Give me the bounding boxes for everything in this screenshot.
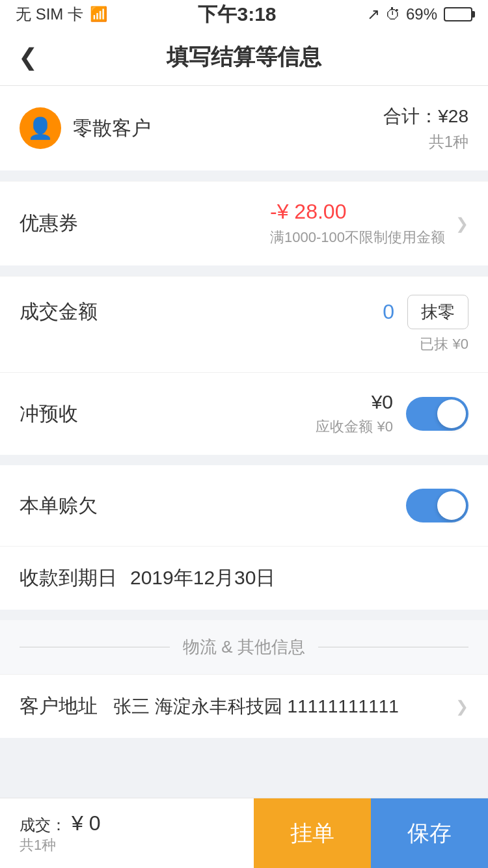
overdue-toggle[interactable]	[406, 489, 468, 522]
total-amount: 合计：¥28	[383, 104, 468, 129]
overdue-row: 本单赊欠	[0, 465, 488, 546]
customer-name: 零散客户	[73, 115, 151, 142]
customer-section: 👤 零散客户 合计：¥28 共1种	[0, 86, 488, 170]
transaction-sub: 已抹 ¥0	[20, 334, 468, 354]
transaction-label: 成交金额	[20, 299, 98, 325]
bottom-bar: 成交： ¥ 0 共1种 挂单 保存	[0, 798, 488, 868]
overdue-section: 本单赊欠 收款到期日 2019年12月30日	[0, 465, 488, 610]
coupon-desc: 满1000-100不限制使用金额	[270, 228, 445, 247]
due-date-row: 收款到期日 2019年12月30日	[0, 546, 488, 610]
chevron-right-icon: ❯	[455, 215, 468, 233]
status-left: 无 SIM 卡 📶	[16, 4, 107, 25]
location-icon: ↗	[367, 5, 380, 23]
coupon-label: 优惠券	[20, 210, 78, 237]
bottom-trans-row: 成交： ¥ 0	[20, 811, 234, 835]
transaction-value: 0	[383, 300, 394, 324]
back-button[interactable]: ❮	[18, 44, 38, 71]
divider-line-left	[20, 647, 170, 647]
divider-line-right	[318, 647, 468, 647]
status-time: 下午3:18	[198, 1, 276, 28]
prepay-toggle[interactable]	[406, 397, 468, 431]
transaction-right: 0 抹零	[383, 295, 468, 329]
bottom-trans-label: 成交：	[20, 815, 66, 835]
coupon-right: -¥ 28.00 满1000-100不限制使用金额 ❯	[270, 200, 468, 247]
transaction-row: 成交金额 0 抹零 已抹 ¥0	[0, 276, 488, 372]
customer-right: 合计：¥28 共1种	[383, 104, 468, 152]
address-value: 张三 海淀永丰科技园 11111111111	[113, 694, 455, 719]
transaction-top: 成交金额 0 抹零	[20, 295, 468, 329]
prepay-values: ¥0 应收金额 ¥0	[316, 391, 393, 437]
coupon-amount: -¥ 28.00	[270, 200, 445, 224]
address-label: 客户地址	[20, 693, 98, 720]
coupon-section[interactable]: 优惠券 -¥ 28.00 满1000-100不限制使用金额 ❯	[0, 181, 488, 265]
logistics-section: 物流 & 其他信息 客户地址 张三 海淀永丰科技园 11111111111 ❯	[0, 620, 488, 738]
due-date-value: 2019年12月30日	[130, 565, 275, 591]
nav-bar: ❮ 填写结算等信息	[0, 29, 488, 86]
avatar-icon: 👤	[27, 116, 53, 141]
bottom-trans-amount: ¥ 0	[72, 811, 100, 835]
battery-icon	[444, 7, 472, 21]
battery-percent: 69%	[406, 5, 437, 23]
prepay-label: 冲预收	[20, 401, 78, 427]
due-date-label: 收款到期日	[20, 565, 117, 591]
logistics-label: 物流 & 其他信息	[183, 636, 305, 658]
toggle-knob	[437, 400, 466, 428]
overdue-toggle-knob	[437, 491, 466, 520]
coupon-value: -¥ 28.00 满1000-100不限制使用金额	[270, 200, 445, 247]
coupon-row[interactable]: 优惠券 -¥ 28.00 满1000-100不限制使用金额 ❯	[0, 181, 488, 265]
alarm-icon: ⏱	[385, 5, 401, 23]
prepay-amount: ¥0	[316, 391, 393, 413]
customer-left: 👤 零散客户	[20, 107, 151, 149]
address-chevron-icon: ❯	[455, 698, 468, 716]
prepay-row: 冲预收 ¥0 应收金额 ¥0	[0, 372, 488, 455]
customer-row: 👤 零散客户 合计：¥28 共1种	[0, 86, 488, 170]
status-right: ↗ ⏱ 69%	[367, 5, 472, 23]
customer-avatar: 👤	[20, 107, 61, 149]
carrier-label: 无 SIM 卡	[16, 4, 83, 25]
page-title: 填写结算等信息	[167, 42, 321, 72]
prepay-sub: 应收金额 ¥0	[316, 417, 393, 437]
bottom-left: 成交： ¥ 0 共1种	[0, 798, 254, 868]
bottom-trans-count: 共1种	[20, 835, 234, 855]
total-count: 共1种	[383, 131, 468, 152]
round-button[interactable]: 抹零	[407, 295, 468, 329]
hold-button[interactable]: 挂单	[254, 798, 371, 868]
status-bar: 无 SIM 卡 📶 下午3:18 ↗ ⏱ 69%	[0, 0, 488, 29]
logistics-divider: 物流 & 其他信息	[0, 620, 488, 674]
prepay-right: ¥0 应收金额 ¥0	[316, 391, 468, 437]
save-button[interactable]: 保存	[371, 798, 488, 868]
address-row[interactable]: 客户地址 张三 海淀永丰科技园 11111111111 ❯	[0, 674, 488, 738]
overdue-label: 本单赊欠	[20, 493, 98, 519]
transaction-section: 成交金额 0 抹零 已抹 ¥0 冲预收 ¥0 应收金额 ¥0	[0, 276, 488, 455]
wifi-icon: 📶	[90, 6, 107, 23]
